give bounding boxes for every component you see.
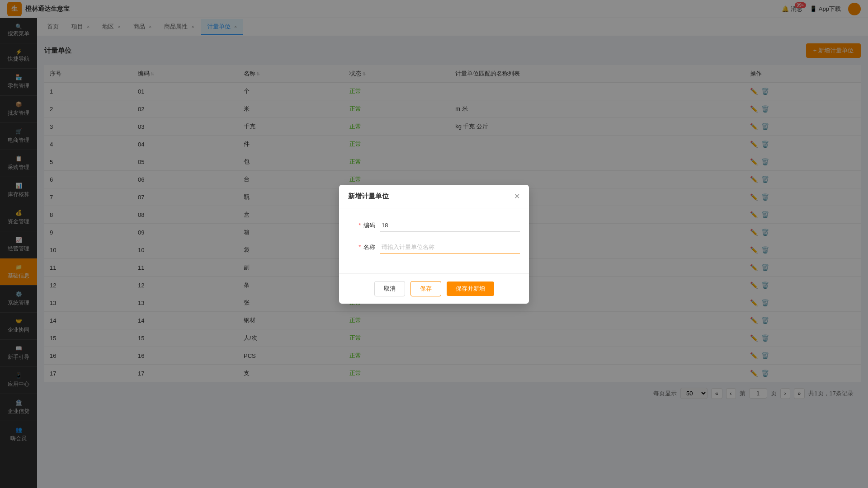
modal-header: 新增计量单位 ✕ bbox=[339, 185, 529, 208]
code-label-text: 编码 bbox=[363, 222, 375, 229]
save-and-new-button[interactable]: 保存并新增 bbox=[447, 282, 494, 296]
name-form-row: * 名称 bbox=[348, 241, 520, 253]
code-form-row: * 编码 bbox=[348, 219, 520, 232]
code-label: * 编码 bbox=[348, 221, 375, 230]
save-button[interactable]: 保存 bbox=[410, 281, 441, 296]
modal-body: * 编码 * 名称 bbox=[339, 208, 529, 273]
modal-title: 新增计量单位 bbox=[348, 192, 389, 201]
name-label: * 名称 bbox=[348, 243, 375, 251]
modal-footer: 取消 保存 保存并新增 bbox=[339, 273, 529, 304]
code-input[interactable] bbox=[380, 219, 520, 232]
cancel-button[interactable]: 取消 bbox=[374, 281, 405, 296]
name-input[interactable] bbox=[380, 241, 520, 253]
modal-overlay: 新增计量单位 ✕ * 编码 * 名称 取消 保存 保存并新增 bbox=[0, 0, 868, 488]
name-label-text: 名称 bbox=[363, 244, 375, 250]
name-required-mark: * bbox=[359, 244, 361, 250]
code-required-mark: * bbox=[359, 222, 361, 229]
add-measure-unit-modal: 新增计量单位 ✕ * 编码 * 名称 取消 保存 保存并新增 bbox=[339, 185, 529, 304]
modal-close-button[interactable]: ✕ bbox=[514, 192, 520, 201]
